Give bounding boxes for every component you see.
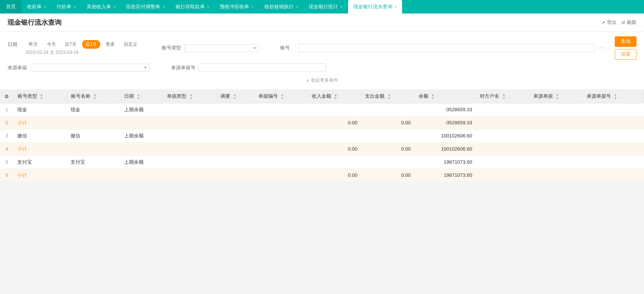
nav-tab[interactable]: 现金银行统计× — [303, 0, 348, 13]
table-row: 3微信微信上期余额100102606.60 — [0, 129, 644, 142]
source-doc-arrow-icon: ▾ — [144, 65, 147, 70]
td-account-type: 小计 — [14, 169, 67, 182]
td-source-doc — [529, 142, 582, 155]
tab-close-icon[interactable]: × — [251, 0, 254, 13]
td-row-num: 2 — [0, 116, 14, 129]
td-counterpart — [476, 155, 529, 169]
td-income: 0.00 — [308, 169, 361, 182]
collapse-bar[interactable]: ∧ 收起更多条件 — [8, 76, 636, 87]
nav-tab[interactable]: 收款单× — [22, 0, 51, 13]
nav-tab[interactable]: 收款核销执行× — [259, 0, 303, 13]
td-source-doc — [529, 116, 582, 129]
th-counterpart[interactable]: 对方户名 ▲▼ — [476, 90, 529, 103]
td-balance: -3528659.33 — [414, 116, 476, 129]
th-doc-type[interactable]: 单据类型 ▲▼ — [163, 90, 216, 103]
th-account-name[interactable]: 账号名称 ▲▼ — [67, 90, 120, 103]
td-expense: 0.00 — [361, 142, 414, 155]
export-button[interactable]: ↗ 导出 — [601, 19, 617, 26]
tab-close-icon[interactable]: × — [44, 0, 46, 13]
refresh-icon: ↺ — [621, 20, 625, 25]
table-header-row: ⚙ 账号类型 ▲▼ 账号名称 ▲▼ 日期 ▲▼ 单据类型 ▲▼ 摘要 ▲▼ 单据… — [0, 90, 644, 103]
tab-close-icon[interactable]: × — [395, 0, 397, 13]
table-row: 1现金现金上期余额-3528659.33 — [0, 103, 644, 116]
td-expense: 0.00 — [361, 169, 414, 182]
td-doc-num — [254, 103, 308, 116]
date-option-近1月[interactable]: 近1月 — [82, 40, 101, 49]
td-expense — [361, 103, 414, 116]
tab-close-icon[interactable]: × — [207, 0, 209, 13]
filter-row-2: 来源单据 ▾ 来源单据号 — [8, 63, 636, 72]
settings-button[interactable]: 设置 — [615, 49, 636, 60]
tab-close-icon[interactable]: × — [162, 0, 165, 13]
query-button[interactable]: 查询 — [615, 36, 636, 47]
header-actions: ↗ 导出 ↺ 刷新 — [601, 19, 636, 26]
nav-tab[interactable]: 应收应付调整单× — [121, 0, 170, 13]
th-balance[interactable]: 余额 ▲▼ — [414, 90, 476, 103]
td-source-doc — [529, 155, 582, 169]
th-summary[interactable]: 摘要 ▲▼ — [216, 90, 254, 103]
td-summary — [216, 155, 254, 169]
td-source-doc-num — [583, 129, 644, 142]
th-source-doc[interactable]: 来源单据 ▲▼ — [529, 90, 582, 103]
tab-close-icon[interactable]: × — [74, 0, 76, 13]
refresh-button[interactable]: ↺ 刷新 — [621, 19, 636, 26]
td-balance: 100102606.60 — [414, 142, 476, 155]
nav-tab[interactable]: 现金银行流水查询× — [348, 0, 402, 13]
td-summary — [216, 129, 254, 142]
filter-section: 日期 昨天今天近7天近1月更多自定义 2023-02-24 至 2023-03-… — [0, 32, 644, 90]
td-source-doc-num — [583, 103, 644, 116]
date-option-今天[interactable]: 今天 — [44, 40, 59, 49]
td-row-num: 5 — [0, 155, 14, 169]
td-counterpart — [476, 103, 529, 116]
td-date: 上期余额 — [120, 155, 163, 169]
td-income — [308, 129, 361, 142]
td-account-type: 支付宝 — [14, 155, 67, 169]
td-balance: -3528659.33 — [414, 103, 476, 116]
account-type-select[interactable]: ▾ — [184, 44, 259, 52]
column-settings-icon[interactable]: ⚙ — [5, 94, 9, 99]
td-source-doc-num — [583, 155, 644, 169]
source-doc-select[interactable]: ▾ — [30, 64, 150, 72]
td-date — [120, 169, 163, 182]
td-row-num: 4 — [0, 142, 14, 155]
td-source-doc-num — [583, 169, 644, 182]
td-account-type: 微信 — [14, 129, 67, 142]
date-option-昨天[interactable]: 昨天 — [26, 40, 41, 49]
account-input[interactable] — [298, 44, 594, 52]
th-expense[interactable]: 支出金额 ▲▼ — [361, 90, 414, 103]
td-summary — [216, 169, 254, 182]
source-doc-num-input[interactable] — [198, 63, 326, 72]
top-nav: 首页 收款单×付款单×其他收入单×应收应付调整单×银行存取款单×预收冲应收单×收… — [0, 0, 644, 13]
td-doc-type — [163, 116, 216, 129]
th-source-doc-num[interactable]: 来源单据号 ▲▼ — [583, 90, 644, 103]
nav-tab[interactable]: 付款单× — [51, 0, 81, 13]
td-doc-type — [163, 103, 216, 116]
date-option-自定义[interactable]: 自定义 — [120, 40, 141, 49]
td-account-name: 现金 — [67, 103, 120, 116]
th-date[interactable]: 日期 ▲▼ — [120, 90, 163, 103]
td-expense — [361, 155, 414, 169]
td-doc-type — [163, 129, 216, 142]
th-doc-num[interactable]: 单据编号 ▲▼ — [254, 90, 308, 103]
td-account-type: 小计 — [14, 116, 67, 129]
tab-close-icon[interactable]: × — [296, 0, 298, 13]
date-option-更多[interactable]: 更多 — [102, 40, 118, 49]
td-account-name: 支付宝 — [67, 155, 120, 169]
td-doc-num — [254, 169, 308, 182]
td-income: 0.00 — [308, 116, 361, 129]
nav-tab[interactable]: 预收冲应收单× — [215, 0, 259, 13]
td-doc-type — [163, 169, 216, 182]
nav-tab[interactable]: 银行存取款单× — [170, 0, 215, 13]
tab-close-icon[interactable]: × — [340, 0, 342, 13]
page-header: 现金银行流水查询 ↗ 导出 ↺ 刷新 — [0, 13, 644, 32]
nav-tab[interactable]: 其他收入单× — [81, 0, 121, 13]
th-account-type[interactable]: 账号类型 ▲▼ — [14, 90, 67, 103]
td-date: 上期余额 — [120, 129, 163, 142]
account-more-icon[interactable]: ··· — [598, 45, 605, 51]
nav-home[interactable]: 首页 — [0, 0, 22, 13]
th-settings[interactable]: ⚙ — [0, 90, 14, 103]
tab-close-icon[interactable]: × — [113, 0, 116, 13]
th-income[interactable]: 收入金额 ▲▼ — [308, 90, 361, 103]
td-date — [120, 116, 163, 129]
date-option-近7天[interactable]: 近7天 — [62, 40, 80, 49]
